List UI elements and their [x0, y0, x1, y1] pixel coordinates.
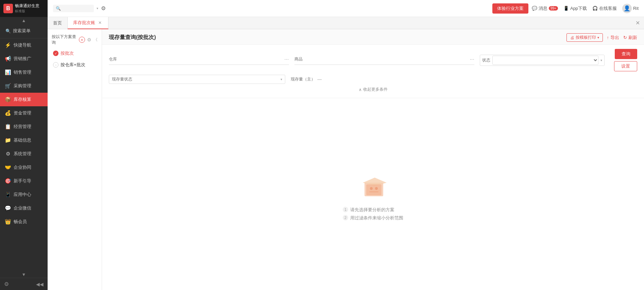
left-panel: 按以下方案查询 + ⚙ 《 ✓ 按批次 ○ 按仓库+批次 [48, 29, 102, 290]
tip-number-1: 1 [343, 207, 348, 212]
tab-home-label: 首页 [53, 20, 62, 26]
app-logo: B [3, 4, 13, 13]
collapse-row: ∧ 收起更多条件 [109, 85, 637, 94]
panel-header-label: 按以下方案查询 [52, 34, 79, 46]
vip-icon: 👑 [5, 219, 11, 225]
sidebar-item-label: 资金管理 [14, 110, 31, 116]
sidebar-item-newuser[interactable]: 🎯 新手引导 [0, 174, 48, 188]
warehouse-input[interactable] [119, 55, 282, 63]
panel-collapse-icon[interactable]: 《 [94, 37, 98, 43]
sidebar-item-basics[interactable]: 📁 基础信息 [0, 133, 48, 147]
empty-tips: 1 请先选择要分析的方案 2 用过滤条件来缩小分析范围 [343, 207, 403, 221]
online-support-btn[interactable]: 🎧 在线客服 [592, 5, 617, 12]
tip-text-1: 请先选择要分析的方案 [350, 207, 394, 213]
sidebar-item-purchase[interactable]: 🛒 采购管理 [0, 79, 48, 93]
tab-inventory-batch-label: 库存批次账 [73, 20, 95, 26]
sidebar-footer: ⚙ ◀◀ [0, 278, 48, 290]
headset-icon: 🎧 [592, 6, 598, 11]
refresh-label: 刷新 [628, 35, 637, 41]
marketing-icon: 📢 [5, 56, 11, 62]
sidebar-item-system[interactable]: ⚙ 系统管理 [0, 147, 48, 161]
panel-header-actions: + ⚙ 《 [79, 37, 98, 43]
inventory-status-arrow[interactable]: ▾ [281, 77, 282, 81]
inventory-status-group: 现存量状态 ▾ [109, 75, 285, 84]
finance-icon: 💰 [5, 110, 11, 116]
settings-btn[interactable]: 设置 [614, 61, 637, 71]
sidebar-item-finance[interactable]: 💰 资金管理 [0, 106, 48, 120]
product-more-btn[interactable]: ··· [470, 56, 474, 62]
sidebar-item-label: 新手引导 [14, 178, 31, 184]
sidebar-item-wechat[interactable]: 💬 企业微信 [0, 201, 48, 215]
page-content-wrapper: 按以下方案查询 + ⚙ 《 ✓ 按批次 ○ 按仓库+批次 现存量查询(按批次) [48, 29, 644, 290]
collapse-up-icon: ∧ [359, 87, 362, 92]
app-download-icon: 📱 [563, 6, 569, 11]
topbar-dropdown-arrow[interactable]: ▾ [97, 6, 98, 10]
sidebar-item-appstore[interactable]: 📱 应用中心 [0, 188, 48, 201]
status-filter-group: 状态 启用 停用 ▾ [480, 55, 605, 66]
refresh-icon: ↻ [623, 35, 627, 40]
sidebar-item-label: 应用中心 [14, 192, 31, 198]
collapse-btn[interactable]: ∧ 收起更多条件 [356, 85, 390, 94]
svg-point-4 [375, 187, 378, 190]
sidebar-item-sales[interactable]: 📊 销售管理 [0, 66, 48, 79]
tab-close-btn[interactable]: ✕ [97, 20, 103, 25]
tab-close-all-btn[interactable]: ✕ [631, 20, 644, 26]
status-select[interactable]: 启用 停用 [492, 56, 598, 65]
print-btn[interactable]: 🖨 按模板打印 ▾ [566, 33, 603, 42]
tip-item-2: 2 用过滤条件来缩小分析范围 [343, 215, 403, 221]
tab-home[interactable]: 首页 [48, 17, 68, 29]
tip-item-1: 1 请先选择要分析的方案 [343, 207, 403, 213]
user-menu-btn[interactable]: 👤 Rit [622, 4, 639, 13]
sidebar-toggle-icon[interactable]: ◀◀ [36, 282, 44, 287]
app-download-btn[interactable]: 📱 App下载 [563, 5, 587, 12]
message-label: 消息 [539, 5, 547, 12]
sidebar-item-enterprise[interactable]: 🤝 企业协同 [0, 161, 48, 174]
plan-item-by-warehouse-batch[interactable]: ○ 按仓库+批次 [48, 59, 102, 71]
newuser-icon: 🎯 [5, 178, 11, 184]
message-btn[interactable]: 💬 消息 99+ [532, 5, 558, 12]
print-dropdown-arrow[interactable]: ▾ [597, 36, 599, 39]
tab-inventory-batch[interactable]: 库存批次账 ✕ [68, 17, 108, 29]
sidebar-item-vip[interactable]: 👑 畅会员 [0, 215, 48, 229]
app-title: 畅康通好生意 [15, 3, 39, 9]
empty-state: 1 请先选择要分析的方案 2 用过滤条件来缩小分析范围 [102, 98, 644, 290]
sidebar-item-label: 营销推广 [14, 56, 31, 62]
refresh-btn[interactable]: ↻ 刷新 [623, 35, 637, 41]
topbar-settings-icon[interactable]: ⚙ [101, 5, 106, 12]
sidebar-scroll-up[interactable]: ▲ [0, 17, 48, 24]
page-title: 现存量查询(按批次) [109, 34, 156, 41]
inventory-qty-separator: — [317, 77, 322, 82]
sidebar-item-operations[interactable]: 📋 经营管理 [0, 120, 48, 133]
product-input[interactable] [305, 55, 468, 63]
topbar-search-box[interactable]: 🔍 [53, 5, 94, 12]
query-btn[interactable]: 查询 [615, 49, 637, 59]
quick-nav-icon: ⚡ [5, 42, 11, 48]
plan-active-dot: ✓ [53, 51, 58, 56]
sidebar-settings-icon[interactable]: ⚙ [4, 281, 9, 287]
plan-inactive-dot: ○ [53, 62, 58, 68]
warehouse-label: 仓库 [109, 56, 117, 62]
sidebar-scroll-down[interactable]: ▼ [0, 271, 48, 278]
sidebar-item-label: 销售管理 [14, 69, 31, 75]
search-menu-btn[interactable]: 🔍 搜索菜单 [3, 26, 44, 35]
sidebar-item-inventory[interactable]: 📦 库存核算 [0, 93, 48, 106]
export-label: 导出 [610, 35, 619, 41]
plan-item-by-batch[interactable]: ✓ 按批次 [48, 48, 102, 59]
user-avatar: 👤 [622, 4, 632, 13]
sidebar-item-quick-nav[interactable]: ⚡ 快捷导航 [0, 38, 48, 52]
plan-by-batch-label: 按批次 [61, 50, 74, 56]
filter-area: 仓库 ··· 商品 ··· 状态 启 [102, 45, 644, 98]
sidebar-item-label: 快捷导航 [14, 42, 31, 48]
right-content: 现存量查询(按批次) 🖨 按模板打印 ▾ ↑ 导出 ↻ 刷新 [102, 29, 644, 290]
add-plan-btn[interactable]: + [79, 37, 85, 43]
warehouse-more-btn[interactable]: ··· [284, 56, 289, 62]
export-btn[interactable]: ↑ 导出 [607, 35, 620, 41]
sidebar-item-marketing[interactable]: 📢 营销推广 [0, 52, 48, 66]
svg-rect-2 [366, 184, 382, 195]
topbar-search-icon: 🔍 [56, 6, 61, 11]
sidebar-item-label: 采购管理 [14, 83, 31, 89]
product-filter-group: 商品 ··· [294, 55, 475, 65]
topbar: 🔍 ▾ ⚙ 体验行业方案 💬 消息 99+ 📱 App下载 🎧 在线客服 👤 [48, 0, 644, 17]
experience-btn[interactable]: 体验行业方案 [492, 3, 528, 14]
plan-settings-icon[interactable]: ⚙ [87, 37, 91, 42]
